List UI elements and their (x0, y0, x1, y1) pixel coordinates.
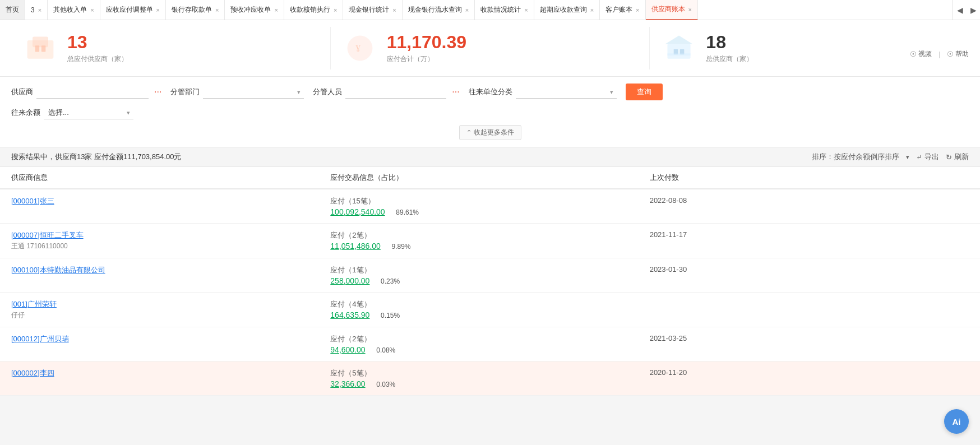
supplier-link-0[interactable]: [000001]张三 (11, 196, 330, 206)
nav-tab-ar-ap-adjust[interactable]: 应收应付调整单 × (100, 0, 166, 20)
category-label: 往来单位分类 (469, 87, 512, 97)
amount-value-1[interactable]: 11,051,486.00 (330, 242, 381, 251)
amount-row-5: 32,366.00 0.03% (330, 379, 649, 388)
close-icon-receipt-stat[interactable]: × (524, 7, 528, 13)
svg-rect-1 (33, 36, 48, 47)
card-info-3: 18 总供应商（家） (706, 33, 753, 64)
chevron-up-icon: ⌃ (466, 129, 471, 136)
supplier-info-4: [000012]广州贝瑞 (11, 334, 330, 344)
person-dots-icon[interactable]: ··· (452, 87, 459, 97)
table-row: [001]广州荣轩 仔仔 应付（4笔） 164,635.90 0.15% (0, 293, 980, 327)
filter-category: 往来单位分类 (469, 85, 617, 99)
nav-tab-bank-deposit[interactable]: 银行存取款单 × (166, 0, 225, 20)
category-select[interactable] (516, 85, 617, 99)
close-icon-cash-bank-query[interactable]: × (465, 7, 469, 13)
filter-section: 供应商 ··· 分管部门 分管人员 ··· 往 (0, 77, 980, 147)
supplier-link-3[interactable]: [001]广州荣轩 (11, 299, 330, 309)
supplier-link-1[interactable]: [000007]恒旺二手叉车 (11, 230, 330, 240)
nav-tab-receipt-stat[interactable]: 收款情况统计 × (475, 0, 534, 20)
help-link[interactable]: ☉ 帮助 (947, 49, 969, 59)
nav-tab-other-income[interactable]: 其他收入单 × (48, 0, 100, 20)
collapse-button[interactable]: ⌃ 收起更多条件 (459, 125, 521, 140)
close-icon-overdue-query[interactable]: × (590, 7, 594, 13)
amount-value-2[interactable]: 258,000.00 (330, 276, 369, 285)
search-button[interactable]: 查询 (626, 84, 663, 100)
amount-percent-5: 0.03% (376, 381, 395, 388)
nav-tab-home[interactable]: 首页 (0, 0, 25, 20)
last-payment-2: 2023-01-30 (650, 265, 969, 274)
supplier-sub-3: 仔仔 (11, 310, 330, 320)
help-divider: | (939, 50, 940, 58)
result-actions: 排序：按应付余额倒序排序 ▾ ⤶ 导出 ↻ 刷新 (812, 152, 969, 162)
export-label: 导出 (924, 152, 939, 162)
summary-row: 13 总应付供应商（家） ¥ 11,170.39 应付合计（万） (0, 20, 980, 77)
nav-tab-supplier-ledger[interactable]: 供应商账本 × (646, 0, 698, 20)
refresh-icon: ↻ (946, 153, 952, 161)
amount-cell-1: 应付（2笔） 11,051,486.00 9.89% (330, 230, 649, 251)
balance-select[interactable]: 选择... (44, 106, 133, 119)
close-icon-other-income[interactable]: × (90, 7, 94, 13)
person-input[interactable] (345, 85, 446, 99)
close-icon-customer-ledger[interactable]: × (636, 7, 639, 13)
filter-supplier: 供应商 ··· (11, 85, 161, 99)
amount-value-3[interactable]: 164,635.90 (330, 310, 369, 319)
nav-tab-home-label: 首页 (6, 5, 19, 15)
svg-text:¥: ¥ (355, 43, 360, 54)
nav-tab-3[interactable]: 3 × (25, 0, 48, 20)
card-label-1: 总应付供应商（家） (67, 54, 128, 64)
last-payment-4: 2021-03-25 (650, 334, 969, 342)
supplier-input[interactable] (36, 85, 149, 99)
amount-cell-5: 应付（5笔） 32,366.00 0.03% (330, 368, 649, 388)
close-icon-3[interactable]: × (38, 7, 41, 13)
amount-value-4[interactable]: 94,600.00 (330, 345, 365, 354)
nav-tab-overdue-query[interactable]: 超期应收款查询 × (534, 0, 600, 20)
result-info: 搜索结果中，供应商13家 应付金额111,703,854.00元 (11, 152, 181, 162)
nav-tab-receipt-stat-label: 收款情况统计 (480, 5, 521, 15)
top-nav: 首页 3 × 其他收入单 × 应收应付调整单 × 银行存取款单 × 预收冲应收单… (0, 0, 980, 20)
nav-next-arrow[interactable]: ▶ (967, 0, 980, 20)
close-icon-supplier-ledger[interactable]: × (688, 6, 692, 13)
nav-tab-cash-bank-query[interactable]: 现金银行流水查询 × (403, 0, 475, 20)
ai-button[interactable]: Ai (944, 409, 969, 434)
amount-cell-4: 应付（2笔） 94,600.00 0.08% (330, 334, 649, 354)
table-row: [000007]恒旺二手叉车 王通 17106110000 应付（2笔） 11,… (0, 224, 980, 258)
supplier-dots-icon[interactable]: ··· (154, 87, 161, 97)
close-icon-prepay-receive[interactable]: × (274, 7, 278, 13)
table-row: [000002]李四 应付（5笔） 32,366.00 0.03% 2020-1… (0, 361, 980, 396)
department-select[interactable] (203, 85, 304, 99)
video-link[interactable]: ☉ 视频 (910, 49, 932, 59)
nav-tab-customer-ledger[interactable]: 客户账本 × (600, 0, 645, 20)
video-label: 视频 (918, 49, 932, 59)
supplier-info-5: [000002]李四 (11, 368, 330, 378)
amount-value-5[interactable]: 32,366.00 (330, 379, 365, 388)
collapse-section: ⌃ 收起更多条件 (11, 125, 969, 140)
supplier-label: 供应商 (11, 87, 33, 97)
close-icon-payment-verify[interactable]: × (334, 7, 337, 13)
close-icon-cash-bank-stat[interactable]: × (392, 7, 396, 13)
summary-section: 13 总应付供应商（家） ¥ 11,170.39 应付合计（万） (0, 20, 980, 77)
nav-tab-cash-bank-stat[interactable]: 现金银行统计 × (343, 0, 402, 20)
supplier-link-4[interactable]: [000012]广州贝瑞 (11, 334, 330, 344)
supplier-link-5[interactable]: [000002]李四 (11, 368, 330, 378)
nav-prev-arrow[interactable]: ◀ (953, 0, 967, 20)
refresh-label: 刷新 (954, 152, 969, 162)
refresh-button[interactable]: ↻ 刷新 (946, 152, 969, 162)
close-icon-ar-ap-adjust[interactable]: × (156, 7, 160, 13)
amount-label-4: 应付（2笔） (330, 334, 649, 344)
table-row: [000100]本特勤油品有限公司 应付（1笔） 258,000.00 0.23… (0, 258, 980, 293)
close-icon-bank-deposit[interactable]: × (215, 7, 219, 13)
amount-value-0[interactable]: 100,092,540.00 (330, 207, 385, 216)
nav-tab-prepay-receive[interactable]: 预收冲应收单 × (225, 0, 284, 20)
help-circle-icon: ☉ (947, 50, 954, 58)
amount-cell-0: 应付（15笔） 100,092,540.00 89.61% (330, 196, 649, 216)
table-row: [000001]张三 应付（15笔） 100,092,540.00 89.61%… (0, 189, 980, 224)
amount-row-4: 94,600.00 0.08% (330, 345, 649, 354)
result-amount-text: 应付金额111,703,854.00元 (94, 152, 181, 161)
nav-tab-customer-ledger-label: 客户账本 (605, 5, 632, 15)
export-button[interactable]: ⤶ 导出 (916, 152, 939, 162)
supplier-link-2[interactable]: [000100]本特勤油品有限公司 (11, 265, 330, 275)
filter-person: 分管人员 ··· (313, 85, 459, 99)
nav-tab-payment-verify[interactable]: 收款核销执行 × (284, 0, 343, 20)
card-label-2: 应付合计（万） (387, 54, 466, 64)
filter-department: 分管部门 (170, 85, 304, 99)
